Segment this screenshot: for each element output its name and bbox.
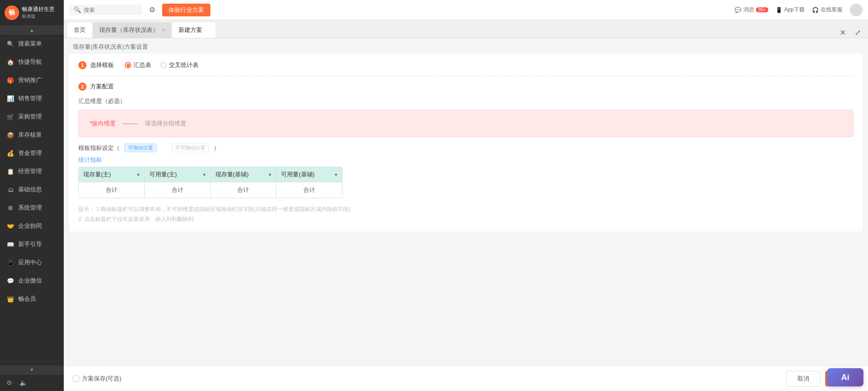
marketing-icon: 🎁 [6,76,15,84]
radio-summary[interactable]: 汇总表 [125,61,151,69]
indicator-config-label: 模板指标设定（ 可拖动位置 不可拖动位置 ） [78,144,853,152]
stats-col-1: 可用量(主) ▾ 合计 [145,167,211,198]
sidebar-item-label: 库存核算 [18,131,42,139]
chevron-down-icon-1: ▾ [203,172,206,178]
sidebar-item-label: 资金管理 [18,149,42,157]
dimension-area: *纵向维度 —— 请选择分组维度 [78,110,853,137]
step1-divider [78,76,853,76]
chevron-down-icon-3: ▾ [335,172,337,178]
expand-window-icon[interactable]: ⤢ [852,27,863,38]
topbar-right: 💬 消息 99+ 📱 App下载 🎧 在线客服 [735,4,863,16]
stats-col-0: 现存量(主) ▾ 合计 [79,167,145,198]
close-window-icon[interactable]: ✕ [837,27,848,38]
sidebar-item-operations[interactable]: 📋 经营管理 [0,162,64,180]
topbar: 🔍 ⚙ 体验行业方案 💬 消息 99+ 📱 App下载 🎧 在线客服 [64,0,868,20]
sidebar: 畅 畅康通好生意 标准版 ▲ 🔍 搜索菜单 🏠 快捷导航 🎁 营销推广 📊 销售… [0,0,64,391]
sidebar-item-marketing[interactable]: 🎁 营销推广 [0,71,64,89]
sidebar-item-label: 营销推广 [18,76,42,84]
drag-tag: 可拖动位置 [124,144,157,152]
message-badge: 99+ [756,7,768,12]
stats-col-2: 现存量(基辅) ▾ 合计 [211,167,277,198]
sidebar-item-label: 应用中心 [18,258,42,267]
ai-label: Ai [841,373,849,382]
inventory-icon: 📦 [6,131,15,139]
sidebar-item-new-guide[interactable]: 📖 新手引导 [0,235,64,253]
sales-icon: 📊 [6,94,15,103]
sidebar-item-inventory[interactable]: 📦 库存核算 [0,126,64,144]
app-name: 畅康通好生意 [22,6,55,13]
sidebar-item-system[interactable]: ⚙ 系统管理 [0,199,64,217]
sidebar-scroll-up[interactable]: ▲ [0,26,64,35]
app-download-button[interactable]: 📱 App下载 [776,6,805,14]
tab-new-plan[interactable]: 新建方案 × [172,22,215,38]
stats-col-3: 可用量(基辅) ▾ 合计 [276,167,342,198]
hint-item-0: 提示： 1.拖动标题栏可以调整布局，不可跨维度或指标区域拖动栏目字段(只能在同一… [78,205,853,215]
basic-info-icon: 🗂 [6,185,15,194]
stats-col-header-2[interactable]: 现存量(基辅) ▾ [211,167,276,182]
sidebar-item-quick-nav[interactable]: 🏠 快捷导航 [0,53,64,71]
stats-col-body-2: 合计 [211,182,276,198]
tab-inventory-status-close[interactable]: × [162,27,165,33]
sidebar-item-label: 企业微信 [18,277,42,285]
summary-dimension-label: 汇总维度（必选） [78,97,853,105]
search-input[interactable] [84,7,129,13]
headset-icon: 🎧 [812,7,819,13]
sidebar-item-label: 销售管理 [18,94,42,103]
sidebar-item-search-menu[interactable]: 🔍 搜索菜单 [0,35,64,53]
save-option: 方案保存(可选) [73,375,122,383]
stats-col-header-3[interactable]: 可用量(基辅) ▾ [276,167,342,182]
ai-fab-button[interactable]: Ai [827,368,863,386]
trial-button[interactable]: 体验行业方案 [162,4,210,16]
user-avatar[interactable] [850,4,863,16]
sidebar-item-label: 新手引导 [18,240,42,248]
step2-header: 2 方案配置 [78,82,853,91]
sidebar-item-finance[interactable]: 💰 资金管理 [0,144,64,162]
sidebar-item-basic-info[interactable]: 🗂 基础信息 [0,180,64,199]
save-option-label: 方案保存(可选) [82,375,122,383]
page-title: 现存量(库存状况表)方案设置 [64,38,868,54]
main-area: 🔍 ⚙ 体验行业方案 💬 消息 99+ 📱 App下载 🎧 在线客服 首页 [64,0,868,391]
stats-col-header-1[interactable]: 可用量(主) ▾ [145,167,210,182]
radio-cross[interactable]: 交叉统计表 [160,61,199,69]
sidebar-item-label: 基础信息 [18,185,42,194]
window-controls: ✕ ⤢ [837,27,868,38]
stats-col-header-0[interactable]: 现存量(主) ▾ [79,167,144,182]
sidebar-item-sales[interactable]: 📊 销售管理 [0,89,64,108]
search-box[interactable]: 🔍 [69,5,142,15]
stats-col-body-0: 合计 [79,182,144,198]
tab-inventory-status[interactable]: 现存量（库存状况表） × [93,22,171,38]
message-icon: 💬 [735,7,741,13]
wechat-icon: 💬 [6,277,15,285]
app-logo: 畅 畅康通好生意 标准版 [0,0,64,26]
hint-item-1: 2. 点击标题栏下拉可设置排序、插入列和删除列 [78,215,853,225]
sidebar-item-wechat[interactable]: 💬 企业微信 [0,272,64,290]
sidebar-item-label: 采购管理 [18,113,42,121]
footer-bar: 方案保存(可选) 取消 查询 [64,365,868,391]
system-icon: ⚙ [6,204,15,212]
cancel-button[interactable]: 取消 [786,371,821,386]
online-service-button[interactable]: 🎧 在线客服 [812,6,842,14]
message-label: 消息 [743,6,754,14]
message-button[interactable]: 💬 消息 99+ [735,6,768,14]
sidebar-item-purchase[interactable]: 🛒 采购管理 [0,108,64,126]
sound-icon[interactable]: 🔈 [20,379,27,386]
radio-cross-circle [160,62,167,68]
sidebar-item-app-center[interactable]: 📱 应用中心 [0,253,64,272]
tab-home[interactable]: 首页 [67,22,92,38]
sidebar-item-vip[interactable]: 👑 畅会员 [0,290,64,308]
gear-icon[interactable]: ⚙ [146,4,158,16]
sidebar-item-label: 畅会员 [18,295,36,303]
step1-card: 1 选择模板 汇总表 交叉统计表 2 方案配置 [69,54,863,232]
finance-icon: 💰 [6,149,15,157]
step2-num: 2 [78,82,87,91]
sidebar-item-label: 企业协同 [18,222,42,230]
sidebar-scroll-down[interactable]: ▼ [0,365,64,374]
radio-cross-label: 交叉统计表 [169,61,199,69]
settings-icon[interactable]: ⚙ [6,379,12,386]
operations-icon: 📋 [6,167,15,175]
chevron-down-icon-0: ▾ [137,172,140,178]
sidebar-item-enterprise[interactable]: 🤝 企业协同 [0,217,64,235]
save-checkbox[interactable] [73,376,79,382]
tab-new-plan-close[interactable]: × [206,27,209,33]
dimension-placeholder[interactable]: 请选择分组维度 [145,119,186,128]
